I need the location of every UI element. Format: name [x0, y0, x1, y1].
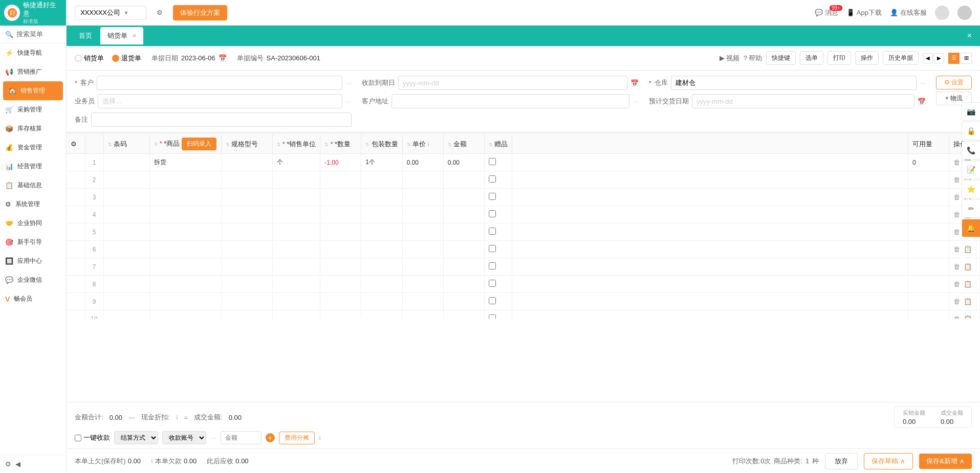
row-copy-icon[interactable]: 📋: [964, 280, 972, 288]
row-unit[interactable]: [272, 293, 320, 310]
row-spec[interactable]: [221, 258, 272, 276]
date-calendar-icon[interactable]: 📅: [219, 54, 227, 62]
delivery-calendar-icon[interactable]: 📅: [918, 98, 926, 105]
row-price[interactable]: [402, 223, 443, 241]
row-copy-icon[interactable]: 📋: [964, 245, 972, 253]
row-barcode[interactable]: [103, 241, 149, 258]
tab-close-all-icon[interactable]: ×: [963, 31, 976, 40]
account-select[interactable]: 收款账号: [162, 431, 206, 444]
row-price[interactable]: [402, 276, 443, 293]
view-grid-btn[interactable]: ⊞: [961, 53, 972, 64]
expense-info-icon[interactable]: ℹ: [319, 435, 321, 441]
row-barcode[interactable]: [103, 206, 149, 223]
row-product[interactable]: [149, 223, 221, 241]
float-btn-3[interactable]: 📞: [962, 141, 980, 160]
row-delete-icon[interactable]: 🗑: [953, 245, 960, 253]
row-qty[interactable]: [320, 293, 361, 310]
row-product[interactable]: [149, 258, 221, 276]
nav-next-arrow[interactable]: ▶: [934, 53, 944, 63]
sidebar-item-operations[interactable]: 📊 经营管理: [0, 157, 66, 176]
row-gift[interactable]: [484, 206, 512, 223]
row-spec[interactable]: [221, 241, 272, 258]
print-button[interactable]: 打印: [827, 51, 851, 65]
row-barcode[interactable]: [103, 154, 149, 171]
row-spec[interactable]: [221, 276, 272, 293]
row-gift[interactable]: [484, 258, 512, 276]
row-product[interactable]: [149, 293, 221, 310]
sidebar-item-guide[interactable]: 🎯 新手引导: [0, 233, 66, 252]
row-spec[interactable]: [221, 206, 272, 223]
calc-method-select[interactable]: 结算方式: [114, 431, 158, 444]
row-unit[interactable]: [272, 310, 320, 319]
price-info-icon[interactable]: ℹ: [427, 141, 429, 147]
delivery-date-input[interactable]: yyyy-mm-dd: [692, 94, 914, 108]
float-btn-7[interactable]: 🔔: [962, 219, 980, 237]
row-price[interactable]: [402, 293, 443, 310]
payment-checkbox-input[interactable]: [75, 435, 81, 441]
row-price[interactable]: [402, 241, 443, 258]
tab-home[interactable]: 首页: [71, 27, 100, 44]
settings-button[interactable]: ⚙: [151, 5, 168, 21]
row-price[interactable]: [402, 171, 443, 189]
tab-close-icon[interactable]: ×: [133, 32, 136, 39]
float-btn-2[interactable]: 🔒: [962, 122, 980, 140]
row-barcode[interactable]: [103, 258, 149, 276]
row-copy-icon[interactable]: 📋: [964, 263, 972, 271]
sidebar-item-wechat[interactable]: 💬 企业微信: [0, 271, 66, 289]
one-click-payment-checkbox[interactable]: 一键收款: [75, 433, 110, 442]
settings-gear-icon[interactable]: ⚙: [5, 460, 11, 468]
row-delete-icon[interactable]: 🗑: [953, 211, 960, 218]
discount-info-icon[interactable]: ℹ: [176, 414, 178, 421]
sidebar-item-app-center[interactable]: 🔲 应用中心: [0, 252, 66, 271]
payment-date-calendar-icon[interactable]: 📅: [630, 79, 639, 87]
row-copy-icon[interactable]: 📋: [964, 315, 972, 319]
row-qty[interactable]: [320, 276, 361, 293]
row-unit[interactable]: [272, 241, 320, 258]
trial-button[interactable]: 体验行业方案: [173, 5, 227, 20]
row-product[interactable]: [149, 171, 221, 189]
radio-sale[interactable]: 销货单: [75, 54, 104, 63]
row-gift[interactable]: [484, 223, 512, 241]
ops-button[interactable]: 操作: [855, 51, 879, 65]
row-spec[interactable]: [221, 189, 272, 206]
row-price[interactable]: [402, 206, 443, 223]
row-price[interactable]: 0.00: [402, 154, 443, 171]
row-barcode[interactable]: [103, 276, 149, 293]
row-spec[interactable]: [221, 293, 272, 310]
payment-date-input[interactable]: yyyy-mm-dd: [398, 76, 627, 90]
add-payment-button[interactable]: +: [266, 433, 275, 442]
discard-button[interactable]: 放弃: [825, 453, 858, 469]
row-product[interactable]: 拆货: [149, 154, 221, 171]
row-barcode[interactable]: [103, 223, 149, 241]
row-gift[interactable]: [484, 293, 512, 310]
table-scroll[interactable]: ⚙ ⇅ 条码 ⇅ * *商品 扫码录入: [67, 134, 980, 319]
row-unit[interactable]: [272, 206, 320, 223]
sidebar-item-member[interactable]: V 畅会员: [0, 289, 66, 308]
row-delete-icon[interactable]: 🗑: [953, 193, 960, 201]
tab-sale-order[interactable]: 销货单 ×: [100, 27, 143, 44]
row-delete-icon[interactable]: 🗑: [953, 298, 960, 305]
float-btn-1[interactable]: 📷: [962, 102, 980, 121]
warehouse-input[interactable]: 建材仓: [671, 76, 917, 90]
sidebar-item-marketing[interactable]: 📢 营销推广: [0, 62, 66, 81]
save-draft-button[interactable]: 保存草稿 ∧: [864, 453, 913, 469]
message-button[interactable]: 💬 消息 99+: [815, 8, 838, 17]
sidebar-item-sales[interactable]: 🏠 销售管理: [3, 81, 63, 100]
scan-btn[interactable]: 扫码录入: [182, 138, 216, 150]
settings-action-button[interactable]: ⚙ 设置: [936, 76, 972, 89]
row-unit[interactable]: [272, 171, 320, 189]
user-avatar-2[interactable]: [957, 6, 972, 20]
sidebar-item-basic-info[interactable]: 📋 基础信息: [0, 176, 66, 195]
row-product[interactable]: [149, 310, 221, 319]
row-gift[interactable]: [484, 154, 512, 171]
row-spec[interactable]: [221, 154, 272, 171]
row-price[interactable]: [402, 310, 443, 319]
row-gift[interactable]: [484, 276, 512, 293]
row-delete-icon[interactable]: 🗑: [953, 176, 960, 184]
sidebar-item-inventory[interactable]: 📦 库存核算: [0, 119, 66, 138]
row-qty[interactable]: [320, 189, 361, 206]
account-ellipsis-btn[interactable]: ···: [210, 434, 216, 442]
sidebar-collapse-icon[interactable]: ◀: [15, 460, 20, 468]
help-link[interactable]: ? 帮助: [744, 54, 762, 63]
row-product[interactable]: [149, 206, 221, 223]
